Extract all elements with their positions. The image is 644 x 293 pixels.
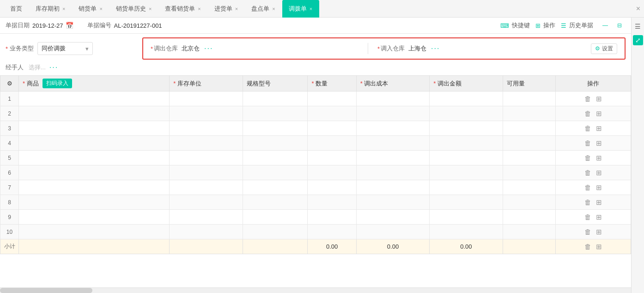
- row-delete-btn[interactable]: 🗑: [583, 153, 592, 163]
- cell-product[interactable]: [19, 165, 170, 180]
- cell-spec[interactable]: [243, 121, 308, 136]
- cell-spec[interactable]: [243, 225, 308, 239]
- cell-product[interactable]: [19, 151, 170, 165]
- cell-unit[interactable]: [170, 180, 243, 195]
- cell-product[interactable]: [19, 106, 170, 121]
- cell-quantity[interactable]: [308, 180, 356, 195]
- cell-transfer-amount[interactable]: [430, 180, 503, 195]
- cell-quantity[interactable]: [308, 92, 356, 106]
- sidebar-expand-icon[interactable]: ⤢: [633, 35, 643, 45]
- cell-unit[interactable]: [170, 136, 243, 151]
- history-btn[interactable]: ☰ 历史单据: [561, 21, 593, 30]
- tab-inventory-check[interactable]: 盘点单 ×: [245, 0, 282, 18]
- row-copy-btn[interactable]: ⊞: [595, 109, 603, 119]
- cell-transfer-cost[interactable]: [356, 210, 429, 225]
- cell-quantity[interactable]: [308, 165, 356, 180]
- cell-transfer-amount[interactable]: [430, 225, 503, 239]
- cell-transfer-cost[interactable]: [356, 225, 429, 239]
- cell-quantity[interactable]: [308, 136, 356, 151]
- cell-spec[interactable]: [243, 195, 308, 210]
- row-delete-btn[interactable]: 🗑: [583, 138, 592, 148]
- window-close-button[interactable]: ×: [636, 5, 640, 13]
- subtotal-copy-btn[interactable]: ⊞: [595, 242, 603, 252]
- cell-spec[interactable]: [243, 92, 308, 106]
- cell-quantity[interactable]: [308, 106, 356, 121]
- actions-btn[interactable]: ⊞ 操作: [535, 21, 555, 30]
- scan-button[interactable]: 扫码录入: [43, 79, 72, 88]
- row-copy-btn[interactable]: ⊞: [595, 212, 603, 222]
- row-delete-btn[interactable]: 🗑: [583, 212, 592, 222]
- row-copy-btn[interactable]: ⊞: [595, 123, 603, 134]
- row-copy-btn[interactable]: ⊞: [595, 197, 603, 208]
- cell-unit[interactable]: [170, 121, 243, 136]
- cell-transfer-cost[interactable]: [356, 106, 429, 121]
- cell-quantity[interactable]: [308, 225, 356, 239]
- row-delete-btn[interactable]: 🗑: [583, 109, 592, 118]
- row-copy-btn[interactable]: ⊞: [595, 94, 603, 104]
- transfer-out-more[interactable]: ···: [204, 44, 213, 53]
- cell-available[interactable]: [503, 151, 555, 165]
- cell-transfer-cost[interactable]: [356, 151, 429, 165]
- operator-more[interactable]: ···: [49, 63, 58, 72]
- cell-unit[interactable]: [170, 92, 243, 106]
- cell-product[interactable]: [19, 210, 170, 225]
- tab-close-purchase[interactable]: ×: [235, 6, 238, 12]
- cell-available[interactable]: [503, 210, 555, 225]
- shortcuts-btn[interactable]: ⌨ 快捷键: [500, 21, 530, 30]
- cell-available[interactable]: [503, 121, 555, 136]
- cell-product[interactable]: [19, 136, 170, 151]
- warehouse-setting-btn[interactable]: ⚙ 设置: [591, 43, 617, 54]
- split-btn[interactable]: ⊟: [614, 21, 626, 30]
- cell-unit[interactable]: [170, 210, 243, 225]
- operator-placeholder[interactable]: 选择...: [29, 63, 46, 72]
- row-copy-btn[interactable]: ⊞: [595, 227, 603, 237]
- cell-spec[interactable]: [243, 180, 308, 195]
- cell-unit[interactable]: [170, 195, 243, 210]
- th-settings[interactable]: ⚙: [0, 76, 19, 92]
- cell-transfer-cost[interactable]: [356, 165, 429, 180]
- tab-close-inventory-check[interactable]: ×: [272, 6, 275, 12]
- cell-transfer-cost[interactable]: [356, 195, 429, 210]
- cell-product[interactable]: [19, 225, 170, 239]
- tab-close-view-sales[interactable]: ×: [198, 6, 200, 12]
- tab-sales-history[interactable]: 销货单历史 ×: [109, 0, 158, 18]
- cell-transfer-amount[interactable]: [430, 210, 503, 225]
- tab-sales-order[interactable]: 销货单 ×: [72, 0, 109, 18]
- cell-transfer-amount[interactable]: [430, 165, 503, 180]
- row-copy-btn[interactable]: ⊞: [595, 183, 603, 193]
- cell-unit[interactable]: [170, 165, 243, 180]
- tab-view-sales[interactable]: 查看销货单 ×: [158, 0, 207, 18]
- row-delete-btn[interactable]: 🗑: [583, 227, 592, 237]
- row-copy-btn[interactable]: ⊞: [595, 168, 603, 178]
- cell-transfer-cost[interactable]: [356, 180, 429, 195]
- row-copy-btn[interactable]: ⊞: [595, 138, 603, 148]
- cell-unit[interactable]: [170, 151, 243, 165]
- tab-close-transfer[interactable]: ×: [310, 6, 312, 12]
- cell-product[interactable]: [19, 180, 170, 195]
- row-delete-btn[interactable]: 🗑: [583, 168, 592, 177]
- cell-available[interactable]: [503, 106, 555, 121]
- cell-transfer-cost[interactable]: [356, 92, 429, 106]
- row-delete-btn[interactable]: 🗑: [583, 183, 592, 192]
- horizontal-scrollbar[interactable]: [0, 287, 631, 293]
- cell-transfer-amount[interactable]: [430, 195, 503, 210]
- layout-btn[interactable]: —: [599, 21, 612, 30]
- cell-product[interactable]: [19, 92, 170, 106]
- cell-available[interactable]: [503, 195, 555, 210]
- cell-spec[interactable]: [243, 106, 308, 121]
- cell-quantity[interactable]: [308, 121, 356, 136]
- cell-quantity[interactable]: [308, 151, 356, 165]
- subtotal-delete-btn[interactable]: 🗑: [583, 242, 592, 251]
- business-type-select[interactable]: 同价调拨 ▾: [37, 42, 93, 55]
- cell-product[interactable]: [19, 195, 170, 210]
- cell-transfer-cost[interactable]: [356, 136, 429, 151]
- cell-transfer-cost[interactable]: [356, 121, 429, 136]
- tab-home[interactable]: 首页: [4, 0, 29, 18]
- row-copy-btn[interactable]: ⊞: [595, 153, 603, 163]
- cell-available[interactable]: [503, 165, 555, 180]
- cell-transfer-amount[interactable]: [430, 121, 503, 136]
- cell-available[interactable]: [503, 136, 555, 151]
- cell-quantity[interactable]: [308, 195, 356, 210]
- tab-close-sales-history[interactable]: ×: [149, 6, 152, 12]
- tab-close-inventory-init[interactable]: ×: [62, 6, 65, 12]
